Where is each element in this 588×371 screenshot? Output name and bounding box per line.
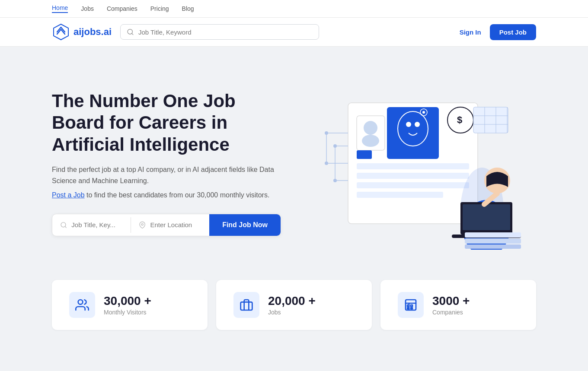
hero-illustration: $ bbox=[307, 77, 536, 250]
search-icon-hero bbox=[60, 221, 67, 229]
briefcase-icon bbox=[240, 298, 253, 312]
hero-location-field bbox=[131, 215, 209, 235]
svg-rect-48 bbox=[465, 244, 521, 249]
stat-card-companies: 3000 + Companies bbox=[380, 280, 536, 330]
stat-number-jobs: 20,000 + bbox=[268, 294, 316, 308]
stat-label-companies: Companies bbox=[432, 309, 470, 316]
svg-rect-34 bbox=[357, 163, 469, 169]
hero-illustration-svg: $ bbox=[318, 77, 525, 250]
svg-point-49 bbox=[78, 300, 83, 304]
logo-text: aijobs.ai bbox=[74, 26, 112, 38]
hero-title: The Number One Job Board for Careers in … bbox=[52, 90, 281, 155]
svg-point-22 bbox=[422, 111, 425, 114]
svg-rect-55 bbox=[407, 308, 409, 309]
svg-rect-17 bbox=[387, 107, 439, 159]
stats-section: 30,000 + Monthly Visitors 20,000 + Jobs bbox=[0, 271, 588, 347]
svg-rect-47 bbox=[465, 238, 521, 244]
nav-item-home[interactable]: Home bbox=[52, 4, 68, 13]
stat-label-jobs: Jobs bbox=[268, 309, 316, 316]
stat-icon-jobs bbox=[233, 292, 259, 318]
stat-number-companies: 3000 + bbox=[432, 294, 470, 308]
site-header: aijobs.ai Sign In Post Job bbox=[0, 18, 588, 47]
svg-rect-35 bbox=[357, 173, 469, 179]
svg-rect-54 bbox=[407, 305, 409, 307]
svg-rect-53 bbox=[411, 308, 412, 309]
nav-item-companies[interactable]: Companies bbox=[107, 5, 137, 12]
svg-point-20 bbox=[415, 122, 420, 127]
hero-search-field bbox=[52, 215, 131, 235]
svg-point-24 bbox=[364, 121, 377, 135]
stat-card-visitors: 30,000 + Monthly Visitors bbox=[52, 280, 208, 330]
svg-point-15 bbox=[333, 144, 337, 148]
hero-keyword-input[interactable] bbox=[71, 221, 123, 228]
svg-rect-36 bbox=[357, 182, 469, 188]
svg-rect-43 bbox=[463, 204, 510, 230]
svg-point-25 bbox=[362, 135, 379, 147]
nav-item-jobs[interactable]: Jobs bbox=[81, 5, 94, 12]
hero-description-1: Find the perfect job at a top AI company… bbox=[52, 164, 281, 186]
hero-section: The Number One Job Board for Careers in … bbox=[0, 47, 588, 271]
logo-icon bbox=[52, 23, 70, 41]
location-icon bbox=[139, 221, 146, 229]
svg-rect-37 bbox=[357, 192, 443, 198]
svg-rect-38 bbox=[357, 150, 372, 159]
stat-number-visitors: 30,000 + bbox=[104, 294, 151, 308]
header-actions: Sign In Post Job bbox=[460, 24, 536, 40]
stat-icon-visitors bbox=[69, 292, 95, 318]
svg-rect-28 bbox=[473, 107, 508, 133]
svg-rect-50 bbox=[241, 302, 252, 310]
building-icon bbox=[404, 298, 418, 312]
stat-info-companies: 3000 + Companies bbox=[432, 294, 470, 316]
sign-in-button[interactable]: Sign In bbox=[460, 29, 481, 36]
svg-point-11 bbox=[325, 162, 328, 165]
svg-point-10 bbox=[325, 131, 328, 135]
nav-item-blog[interactable]: Blog bbox=[182, 5, 194, 12]
top-navigation: Home Jobs Companies Pricing Blog bbox=[0, 0, 588, 18]
svg-point-16 bbox=[333, 179, 337, 182]
post-job-button[interactable]: Post Job bbox=[490, 24, 536, 40]
users-icon bbox=[75, 298, 89, 312]
hero-location-input[interactable] bbox=[150, 221, 201, 228]
find-job-button[interactable]: Find Job Now bbox=[209, 214, 281, 236]
svg-line-2 bbox=[132, 33, 133, 35]
svg-point-5 bbox=[141, 224, 143, 225]
stat-info-visitors: 30,000 + Monthly Visitors bbox=[104, 294, 151, 316]
header-search-input[interactable] bbox=[138, 29, 313, 36]
stat-icon-companies bbox=[398, 292, 424, 318]
post-a-job-link[interactable]: Post a Job bbox=[52, 191, 85, 199]
svg-marker-0 bbox=[54, 24, 68, 40]
svg-text:$: $ bbox=[457, 114, 462, 125]
stat-label-visitors: Monthly Visitors bbox=[104, 309, 151, 316]
nav-item-pricing[interactable]: Pricing bbox=[150, 5, 169, 12]
hero-search-bar: Find Job Now bbox=[52, 214, 281, 236]
hero-description-2: Post a Job to find the best candidates f… bbox=[52, 190, 281, 201]
stat-card-jobs: 20,000 + Jobs bbox=[216, 280, 372, 330]
svg-point-19 bbox=[406, 122, 411, 127]
svg-rect-46 bbox=[465, 232, 521, 238]
search-icon bbox=[127, 28, 134, 36]
stat-info-jobs: 20,000 + Jobs bbox=[268, 294, 316, 316]
svg-line-4 bbox=[65, 226, 66, 228]
header-search-box bbox=[120, 24, 319, 40]
site-logo[interactable]: aijobs.ai bbox=[52, 23, 112, 41]
svg-rect-52 bbox=[411, 305, 412, 307]
hero-content: The Number One Job Board for Careers in … bbox=[52, 90, 281, 236]
